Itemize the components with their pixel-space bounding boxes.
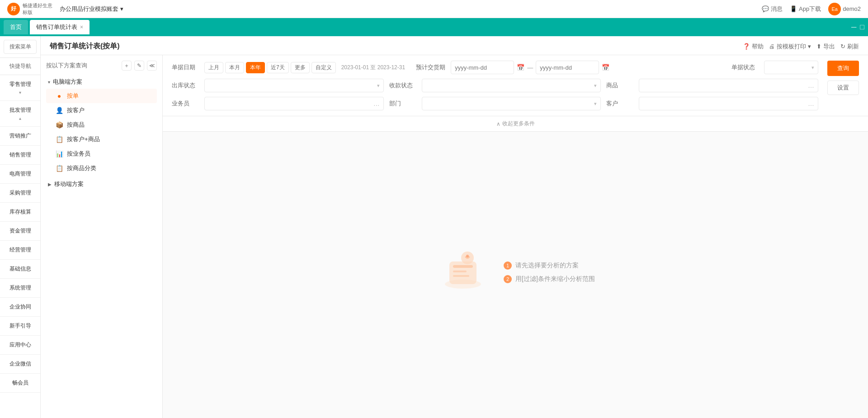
maximize-btn[interactable]: □ xyxy=(860,23,864,31)
tab-sales-report[interactable]: 销售订单统计表 × xyxy=(30,20,90,34)
scheme-item-by-customer-goods[interactable]: 📋 按客户+商品 xyxy=(46,132,157,147)
ship-status-select[interactable]: ▾ xyxy=(204,79,384,92)
payment-status-select[interactable]: ▾ xyxy=(422,79,601,92)
header-left: 好 畅捷通好生意 标版 办公用品行业模拟账套 ▾ xyxy=(7,2,127,15)
logo-icon: 好 xyxy=(7,3,20,15)
chevron-up-icon: ▴ xyxy=(19,116,21,121)
pc-scheme-header[interactable]: ▾ 电脑端方案 xyxy=(46,75,157,89)
scheme-item-by-customer[interactable]: 👤 按客户 xyxy=(46,103,157,118)
query-panel: 按以下方案查询 ＋ ✎ ≪ ▾ 电脑端方案 ● 按单 xyxy=(41,55,163,418)
scheme-item-by-order[interactable]: ● 按单 xyxy=(46,89,157,103)
query-panel-header: 按以下方案查询 ＋ ✎ ≪ xyxy=(46,61,157,71)
sidebar-search: 搜索菜单 xyxy=(0,36,40,58)
expected-date-start[interactable] xyxy=(451,61,514,74)
sidebar-item-marketing[interactable]: 营销推广 xyxy=(0,127,40,146)
dept-select[interactable]: ▾ xyxy=(422,97,601,110)
sidebar-item-basic[interactable]: 基础信息 xyxy=(0,260,40,279)
sidebar-item-guide[interactable]: 新手引导 xyxy=(0,317,40,336)
refresh-btn[interactable]: ↻ 刷新 xyxy=(840,43,859,51)
scheme-category-icon: 📋 xyxy=(55,165,63,172)
collapse-text: ∧ 收起更多条件 xyxy=(496,120,535,128)
scheme-item-by-salesperson[interactable]: 📊 按业务员 xyxy=(46,147,157,161)
collapse-bar[interactable]: ∧ 收起更多条件 xyxy=(163,116,868,132)
print-dropdown-icon: ▾ xyxy=(808,43,811,50)
sidebar-item-sales[interactable]: 销售管理 xyxy=(0,146,40,165)
doc-status-dropdown-icon: ▾ xyxy=(811,65,814,71)
date-buttons: 上月 本月 本年 近7天 更多 自定义 xyxy=(204,62,336,73)
tab-home[interactable]: 首页 xyxy=(4,20,28,34)
settings-button[interactable]: 设置 xyxy=(827,81,859,95)
sidebar-item-wholesale[interactable]: 批发管理 ▴ xyxy=(0,101,40,127)
salesperson-field[interactable]: … xyxy=(204,97,384,110)
svg-rect-2 xyxy=(453,265,473,268)
add-scheme-btn[interactable]: ＋ xyxy=(122,61,132,71)
sidebar-item-system[interactable]: 系统管理 xyxy=(0,279,40,298)
scheme-salesperson-icon: 📊 xyxy=(55,150,63,157)
scheme-goods-icon: 📦 xyxy=(55,121,63,128)
export-btn[interactable]: ⬆ 导出 xyxy=(816,43,835,51)
query-panel-tools: ＋ ✎ ≪ xyxy=(122,61,157,71)
print-btn[interactable]: 🖨 按模板打印 ▾ xyxy=(769,43,811,51)
company-selector[interactable]: 办公用品行业模拟账套 ▾ xyxy=(56,5,127,13)
message-btn[interactable]: 💬 消息 xyxy=(762,5,783,13)
sidebar-item-retail[interactable]: 零售管理 ▾ xyxy=(0,75,40,101)
expected-date-end[interactable] xyxy=(536,61,599,74)
mobile-scheme-header[interactable]: ▶ 移动端方案 xyxy=(46,177,157,191)
edit-scheme-btn[interactable]: ✎ xyxy=(134,61,144,71)
customer-more-icon: … xyxy=(808,100,814,107)
avatar: Ea xyxy=(828,3,841,15)
search-menu-btn[interactable]: 搜索菜单 xyxy=(4,40,37,54)
tab-close-icon[interactable]: × xyxy=(80,24,83,30)
inner-layout: 按以下方案查询 ＋ ✎ ≪ ▾ 电脑端方案 ● 按单 xyxy=(41,55,868,418)
sidebar-item-wechat[interactable]: 企业微信 xyxy=(0,355,40,374)
user-menu[interactable]: Ea demo2 xyxy=(828,3,861,15)
calendar-end-icon: 📅 xyxy=(602,64,609,71)
sidebar-item-finance[interactable]: 资金管理 xyxy=(0,222,40,241)
collapse-panel-btn[interactable]: ≪ xyxy=(147,61,157,71)
date-btn-this-year[interactable]: 本年 xyxy=(246,62,265,73)
sidebar-item-appstore[interactable]: 应用中心 xyxy=(0,336,40,355)
app-download-btn[interactable]: 📱 App下载 xyxy=(790,5,821,13)
sidebar-item-ecommerce[interactable]: 电商管理 xyxy=(0,165,40,184)
app-download-icon: 📱 xyxy=(790,5,797,12)
empty-tips: 1 请先选择要分析的方案 2 用[过滤]条件来缩小分析范围 xyxy=(504,261,595,289)
empty-illustration xyxy=(436,243,490,306)
sidebar-item-purchase[interactable]: 采购管理 xyxy=(0,184,40,203)
ship-status-dropdown-icon: ▾ xyxy=(377,83,380,89)
logo-area: 好 畅捷通好生意 标版 xyxy=(7,2,52,15)
scheme-item-by-goods[interactable]: 📦 按商品 xyxy=(46,118,157,132)
company-dropdown-icon: ▾ xyxy=(120,5,123,12)
svg-rect-4 xyxy=(453,275,469,277)
sidebar-item-operations[interactable]: 经营管理 xyxy=(0,241,40,260)
goods-more-icon: … xyxy=(808,82,814,89)
expected-date-range: 📅 — 📅 xyxy=(451,61,721,74)
sidebar-item-inventory[interactable]: 库存核算 xyxy=(0,203,40,222)
sidebar-item-quick-nav[interactable]: 快捷导航 xyxy=(0,58,40,75)
top-header: 好 畅捷通好生意 标版 办公用品行业模拟账套 ▾ 💬 消息 📱 App下载 Ea… xyxy=(0,0,868,18)
payment-status-label: 收款状态 xyxy=(389,81,416,90)
export-icon: ⬆ xyxy=(816,43,821,50)
date-btn-this-month[interactable]: 本月 xyxy=(225,62,244,73)
page-header: 销售订单统计表(按单) ❓ 帮助 🖨 按模板打印 ▾ ⬆ 导出 ↻ 刷新 xyxy=(41,36,868,55)
payment-status-dropdown-icon: ▾ xyxy=(594,83,597,89)
query-button[interactable]: 查询 xyxy=(827,61,859,76)
page-title: 销售订单统计表(按单) xyxy=(50,42,120,51)
scheme-item-by-category[interactable]: 📋 按商品分类 xyxy=(46,161,157,176)
pc-scheme-label: 电脑端方案 xyxy=(53,78,82,86)
date-range-display: 2023-01-01 至 2023-12-31 xyxy=(341,64,405,71)
salesperson-label: 业务员 xyxy=(172,100,199,108)
customer-field[interactable]: … xyxy=(639,97,818,110)
date-btn-custom[interactable]: 自定义 xyxy=(311,62,336,73)
date-btn-7days[interactable]: 近7天 xyxy=(267,62,289,73)
sidebar-item-enterprise[interactable]: 企业协同 xyxy=(0,298,40,317)
doc-status-select[interactable]: ▾ xyxy=(764,61,818,74)
date-btn-more[interactable]: 更多 xyxy=(291,62,310,73)
minimize-btn[interactable]: ─ xyxy=(851,23,856,31)
date-btn-last-month[interactable]: 上月 xyxy=(204,62,223,73)
svg-rect-3 xyxy=(453,271,467,272)
help-btn[interactable]: ❓ 帮助 xyxy=(743,43,764,51)
sidebar-item-members[interactable]: 畅会员 xyxy=(0,374,40,393)
chevron-down-icon: ▾ xyxy=(19,90,21,95)
goods-field[interactable]: … xyxy=(639,79,818,92)
dept-dropdown-icon: ▾ xyxy=(594,101,597,107)
